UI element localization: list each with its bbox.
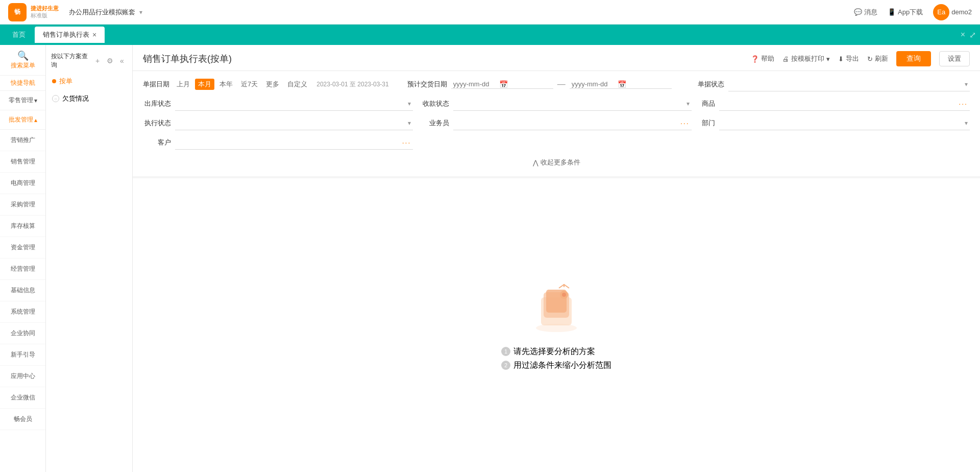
sidebar-search[interactable]: 🔍 搜索菜单 <box>0 45 45 76</box>
sidebar-item-guide[interactable]: 新手引导 <box>0 344 45 366</box>
collapse-btn[interactable]: ⋀ 收起更多条件 <box>533 155 580 170</box>
sidebar-item-appstore[interactable]: 应用中心 <box>0 366 45 387</box>
goods-selector[interactable]: ··· <box>719 97 970 111</box>
sidebar-label-sales: 销售管理 <box>11 157 35 166</box>
sidebar-label-wholesale: 批发管理 <box>9 115 33 124</box>
svg-point-5 <box>562 293 566 297</box>
tip-num-1: 1 <box>501 347 510 356</box>
sidebar-item-sales[interactable]: 销售管理 <box>0 151 45 173</box>
left-panel-title: 按以下方案查询 <box>51 52 92 69</box>
payment-status-select[interactable]: ▾ <box>453 97 691 111</box>
filter-item-out-status: 出库状态 ▾ <box>143 97 413 111</box>
breadcrumb-chevron[interactable]: ▾ <box>139 9 142 16</box>
date-btn-more[interactable]: 更多 <box>263 79 282 90</box>
goods-label: 商品 <box>700 99 715 108</box>
sidebar-item-wechat[interactable]: 企业微信 <box>0 387 45 409</box>
sidebar-item-enterprise[interactable]: 企业协同 <box>0 323 45 344</box>
sidebar-item-inventory[interactable]: 库存核算 <box>0 216 45 237</box>
settings-scheme-icon[interactable]: ⚙ <box>105 56 115 66</box>
salesperson-selector[interactable]: ··· <box>453 116 691 130</box>
app-logo: 畅 <box>8 3 27 21</box>
tab-close-icon[interactable]: × <box>92 31 96 39</box>
page-header: 销售订单执行表(按单) ❓ 帮助 🖨 按模板打印 ▾ ⬇ 导出 <box>133 45 980 71</box>
sidebar-quick-nav[interactable]: 快捷导航 <box>0 76 45 91</box>
tab-close-window-icon[interactable]: × <box>961 30 965 39</box>
tab-sales-order[interactable]: 销售订单执行表 × <box>35 27 105 43</box>
date-end-input[interactable] <box>572 80 618 88</box>
sidebar-item-marketing[interactable]: 营销推广 <box>0 130 45 151</box>
empty-illustration <box>526 277 587 338</box>
export-btn[interactable]: ⬇ 导出 <box>838 54 859 63</box>
page-header-actions: ❓ 帮助 🖨 按模板打印 ▾ ⬇ 导出 ↻ 刷新 <box>751 51 970 66</box>
filter-item-department: 部门 ▾ <box>700 116 970 130</box>
scheme-label-backorder: 欠货情况 <box>62 94 89 103</box>
collapse-panel-icon[interactable]: « <box>117 56 127 66</box>
sidebar-item-basic[interactable]: 基础信息 <box>0 280 45 301</box>
sidebar-label-appstore: 应用中心 <box>11 372 35 381</box>
salesperson-label: 业务员 <box>421 119 449 128</box>
exec-status-chevron-icon: ▾ <box>408 120 411 127</box>
calendar-start-icon[interactable]: 📅 <box>499 80 508 88</box>
sidebar-label-guide: 新手引导 <box>11 350 35 359</box>
out-status-select[interactable]: ▾ <box>175 97 413 111</box>
filter-item-payment-status: 收款状态 ▾ <box>421 97 691 111</box>
sidebar-label-ecommerce: 电商管理 <box>11 179 35 187</box>
navtabs: 首页 销售订单执行表 × × ⤢ <box>0 25 980 45</box>
message-btn[interactable]: 💬 消息 <box>854 8 877 17</box>
sidebar-item-operation[interactable]: 经营管理 <box>0 258 45 280</box>
add-scheme-icon[interactable]: + <box>92 56 103 66</box>
inner-layout: 按以下方案查询 + ⚙ « 按单 ○ 欠货情况 销售 <box>46 45 980 472</box>
sidebar-label-marketing: 营销推广 <box>11 136 35 145</box>
scheme-item-by-order[interactable]: 按单 <box>46 73 132 90</box>
payment-status-chevron-icon: ▾ <box>687 100 690 107</box>
sidebar-item-member[interactable]: 畅会员 <box>0 409 45 430</box>
department-chevron-icon: ▾ <box>965 120 968 127</box>
sidebar-item-ecommerce[interactable]: 电商管理 <box>0 173 45 194</box>
active-scheme-dot <box>52 79 56 83</box>
collapse-up-icon: ⋀ <box>533 159 538 167</box>
scheme-label-by-order: 按单 <box>59 77 72 86</box>
tab-maximize-icon[interactable]: ⤢ <box>969 30 976 40</box>
sidebar-item-purchase[interactable]: 采购管理 <box>0 194 45 216</box>
topbar: 畅 捷进好生意 标准版 办公用品行业模拟账套 ▾ 💬 消息 📱 App下载 Ea… <box>0 0 980 25</box>
page-content: 销售订单执行表(按单) ❓ 帮助 🖨 按模板打印 ▾ ⬇ 导出 <box>133 45 980 472</box>
date-start-input[interactable] <box>453 80 499 88</box>
help-btn[interactable]: ❓ 帮助 <box>751 54 774 63</box>
date-btn-last-month[interactable]: 上月 <box>174 79 193 90</box>
sidebar-item-system[interactable]: 系统管理 <box>0 301 45 323</box>
date-btn-7days[interactable]: 近7天 <box>238 79 261 90</box>
tab-home[interactable]: 首页 <box>4 27 34 43</box>
goods-dots-icon[interactable]: ··· <box>959 100 968 108</box>
calendar-end-icon[interactable]: 📅 <box>618 80 626 88</box>
customer-selector[interactable]: ··· <box>175 135 413 150</box>
empty-state: 1 请先选择要分析的方案 2 用过滤条件来缩小分析范围 <box>133 178 980 472</box>
exec-status-select[interactable]: ▾ <box>175 116 413 130</box>
status-label: 单据状态 <box>698 80 724 89</box>
sidebar-label-basic: 基础信息 <box>11 286 35 295</box>
salesperson-dots-icon[interactable]: ··· <box>680 119 690 127</box>
empty-tips: 1 请先选择要分析的方案 2 用过滤条件来缩小分析范围 <box>501 346 611 374</box>
refresh-btn[interactable]: ↻ 刷新 <box>867 54 888 63</box>
left-panel: 按以下方案查询 + ⚙ « 按单 ○ 欠货情况 <box>46 45 133 472</box>
sidebar-label-enterprise: 企业协同 <box>11 329 35 338</box>
customer-label: 客户 <box>143 138 171 147</box>
date-btn-custom[interactable]: 自定义 <box>284 79 310 90</box>
status-select[interactable]: ▾ <box>728 77 970 91</box>
query-btn[interactable]: 查询 <box>896 51 931 66</box>
scheme-item-backorder[interactable]: ○ 欠货情况 <box>46 90 132 107</box>
sidebar-group-wholesale: 批发管理 ▴ <box>0 110 45 130</box>
empty-tip-2: 2 用过滤条件来缩小分析范围 <box>501 360 611 371</box>
user-menu[interactable]: Ea demo2 <box>933 4 972 20</box>
sidebar-item-retail[interactable]: 零售管理 ▾ <box>0 91 45 110</box>
print-btn[interactable]: 🖨 按模板打印 ▾ <box>782 54 830 63</box>
expected-date-label: 预计交货日期 <box>407 80 447 89</box>
status-chevron-icon: ▾ <box>965 81 968 88</box>
settings-btn[interactable]: 设置 <box>939 51 970 66</box>
date-btn-current-month[interactable]: 本月 <box>195 79 214 90</box>
department-select[interactable]: ▾ <box>719 116 970 130</box>
customer-dots-icon[interactable]: ··· <box>402 138 411 147</box>
sidebar-item-finance[interactable]: 资金管理 <box>0 237 45 258</box>
sidebar-item-wholesale[interactable]: 批发管理 ▴ <box>0 110 45 129</box>
date-btn-current-year[interactable]: 本年 <box>216 79 236 90</box>
app-download-btn[interactable]: 📱 App下载 <box>888 8 923 17</box>
